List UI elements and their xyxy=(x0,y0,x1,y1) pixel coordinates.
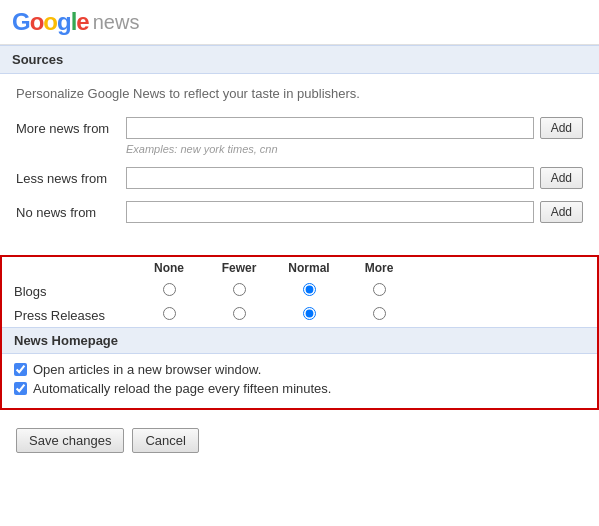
red-bordered-section: None Fewer Normal More Blogs Press Relea… xyxy=(0,255,599,410)
blogs-more-radio[interactable] xyxy=(373,283,386,296)
checkbox-row-new-window: Open articles in a new browser window. xyxy=(14,362,585,377)
no-news-add-button[interactable]: Add xyxy=(540,201,583,223)
open-new-window-checkbox[interactable] xyxy=(14,363,27,376)
col-none-header: None xyxy=(134,261,204,275)
logo: Google news xyxy=(12,8,587,36)
subtitle: Personalize Google News to reflect your … xyxy=(16,86,583,101)
no-news-input[interactable] xyxy=(126,201,534,223)
col-normal-header: Normal xyxy=(274,261,344,275)
section-title: Sources xyxy=(0,45,599,74)
blogs-none-cell xyxy=(134,283,204,299)
more-news-row: More news from Add xyxy=(16,117,583,139)
cancel-button[interactable]: Cancel xyxy=(132,428,198,453)
more-news-add-button[interactable]: Add xyxy=(540,117,583,139)
press-releases-normal-radio[interactable] xyxy=(303,307,316,320)
footer-buttons: Save changes Cancel xyxy=(0,418,599,463)
less-news-row: Less news from Add xyxy=(16,167,583,189)
blogs-normal-radio[interactable] xyxy=(303,283,316,296)
no-news-label: No news from xyxy=(16,205,126,220)
col-fewer-header: Fewer xyxy=(204,261,274,275)
less-news-label: Less news from xyxy=(16,171,126,186)
press-releases-row: Press Releases xyxy=(2,303,597,327)
press-releases-normal-cell xyxy=(274,307,344,323)
press-releases-fewer-cell xyxy=(204,307,274,323)
press-releases-more-cell xyxy=(344,307,414,323)
more-news-hint: Examples: new york times, cnn xyxy=(126,143,583,155)
logo-news: news xyxy=(93,11,140,34)
auto-reload-label: Automatically reload the page every fift… xyxy=(33,381,331,396)
auto-reload-checkbox[interactable] xyxy=(14,382,27,395)
col-more-header: More xyxy=(344,261,414,275)
save-button[interactable]: Save changes xyxy=(16,428,124,453)
blogs-row: Blogs xyxy=(2,279,597,303)
content-area: Personalize Google News to reflect your … xyxy=(0,74,599,247)
blogs-more-cell xyxy=(344,283,414,299)
checkbox-section: Open articles in a new browser window. A… xyxy=(2,354,597,408)
logo-google: Google xyxy=(12,8,89,36)
blogs-label: Blogs xyxy=(14,284,134,299)
blogs-fewer-cell xyxy=(204,283,274,299)
checkbox-row-reload: Automatically reload the page every fift… xyxy=(14,381,585,396)
press-releases-none-cell xyxy=(134,307,204,323)
press-releases-more-radio[interactable] xyxy=(373,307,386,320)
more-news-input[interactable] xyxy=(126,117,534,139)
press-releases-fewer-radio[interactable] xyxy=(233,307,246,320)
press-releases-none-radio[interactable] xyxy=(163,307,176,320)
news-homepage-title: News Homepage xyxy=(2,327,597,354)
open-new-window-label: Open articles in a new browser window. xyxy=(33,362,261,377)
more-news-label: More news from xyxy=(16,121,126,136)
press-releases-label: Press Releases xyxy=(14,308,134,323)
less-news-input[interactable] xyxy=(126,167,534,189)
less-news-add-button[interactable]: Add xyxy=(540,167,583,189)
blogs-fewer-radio[interactable] xyxy=(233,283,246,296)
header: Google news xyxy=(0,0,599,45)
blogs-none-radio[interactable] xyxy=(163,283,176,296)
no-news-row: No news from Add xyxy=(16,201,583,223)
radio-table-header: None Fewer Normal More xyxy=(2,257,597,279)
blogs-normal-cell xyxy=(274,283,344,299)
